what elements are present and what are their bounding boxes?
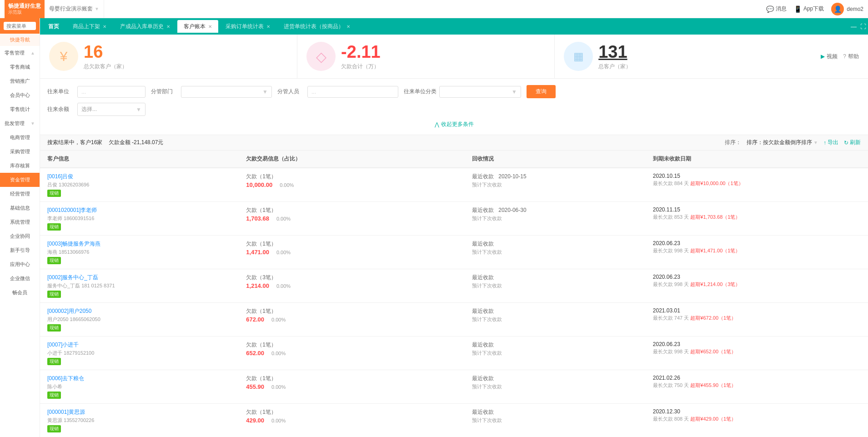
customer-cell-1: [0016]吕俊 吕俊 13026203696 现销 [47,173,246,197]
debt-percent-1: 0.00% [280,182,294,188]
sidebar-item-purchase[interactable]: 采购管理 [0,145,40,159]
customer-name-link-4[interactable]: [0002]服务中心_丁磊 [47,274,246,281]
collapse-button[interactable]: ⋀ 收起更多条件 [47,121,861,128]
sidebar-item-member[interactable]: 会员中心 [0,88,40,102]
refresh-button[interactable]: ↻ 刷新 [844,139,861,146]
debt-percent-3: 0.00% [276,250,291,255]
search-button[interactable]: 查询 [527,85,556,98]
due-date-6: 2020.06.23 [653,341,861,347]
sidebar-item-finance[interactable]: 资金管理 [0,173,40,187]
overdue-link-2[interactable]: 超期¥1,703.68（1笔） [690,214,740,220]
tab-minimize-icon[interactable]: — [851,23,857,30]
stat-number-customers: 131 [598,42,631,62]
tab-close-purchase-summary[interactable]: ✕ [266,24,270,29]
customer-phone-2: 李老师 18600391516 [47,215,246,222]
customer-name-link-7[interactable]: [0006]去下粮仓 [47,375,246,382]
tab-close-instock-summary[interactable]: ✕ [346,24,350,29]
app-download-button[interactable]: 📱 App下载 [794,5,824,13]
sidebar-item-marketing[interactable]: 营销推广 [0,74,40,88]
video-help-link[interactable]: ▶ 视频 [821,53,838,60]
debt-count-7: 欠款（1笔） [246,375,472,382]
tab-home[interactable]: 首页 [42,20,65,33]
tab-close-customer-account[interactable]: ✕ [208,24,212,29]
sidebar-item-system[interactable]: 系统管理 [0,215,40,229]
tab-close-production-history[interactable]: ✕ [166,24,170,29]
debt-cell-6: 欠款（1笔） 652.00 0.00% [246,341,472,357]
customer-name-link-8[interactable]: [000001]黄思源 [47,408,246,416]
debt-cell-4: 欠款（3笔） 1,214.00 0.00% [246,274,472,289]
repay-next-5: 预计下次收款 [472,316,653,323]
tab-product-offline[interactable]: 商品上下架 ✕ [66,20,113,33]
filter-source-unit-input[interactable]: ... [77,86,146,98]
sort-select[interactable]: 排序：按欠款金额倒序排序 ▼ [747,139,818,146]
header-repay-status: 回收情况 [472,155,653,163]
overdue-link-8[interactable]: 超期¥429.00（1笔） [690,416,736,422]
debt-cell-3: 欠款（1笔） 1,471.00 0.00% [246,240,472,256]
tab-maximize-icon[interactable]: ⛶ [860,23,866,30]
overdue-link-7[interactable]: 超期¥455.90（1笔） [690,382,736,388]
avatar: 👤 [831,3,844,15]
due-date-4: 2020.06.23 [653,274,861,280]
debt-count-2: 欠款（1笔） [246,206,472,214]
tab-customer-account[interactable]: 客户账本 ✕ [177,20,218,33]
stat-label-customers: 总客户（家） [598,63,631,70]
overdue-link-5[interactable]: 超期¥672.00（1笔） [690,315,736,321]
sidebar-item-basic-info[interactable]: 基础信息 [0,201,40,215]
overdue-link-1[interactable]: 超期¥10,000.00（1笔） [690,181,743,186]
customer-name-link-6[interactable]: [0007]小进千 [47,341,246,349]
repay-cell-4: 最近收款 预计下次收款 [472,274,653,289]
debt-row-1: 10,000.00 0.00% [246,181,472,188]
overdue-link-3[interactable]: 超期¥1,471.00（1笔） [690,248,740,253]
filter-balance-select[interactable]: 选择... ▼ [77,103,146,116]
repay-date-4: 最近收款 [472,274,653,281]
sidebar-item-operations[interactable]: 经营管理 [0,187,40,201]
sidebar-item-vip-member[interactable]: 畅会员 [0,286,40,300]
customer-name-link-5[interactable]: [000002]用户2050 [47,307,246,315]
tab-purchase-summary[interactable]: 采购订单统计表 ✕ [219,20,276,33]
export-icon: ↑ [823,140,826,146]
stat-info-customers: 131 总客户（家） [598,42,631,70]
overdue-link-6[interactable]: 超期¥652.00（1笔） [690,349,736,354]
filter-manager-input[interactable]: ... [307,86,398,98]
sidebar-item-retail-stats[interactable]: 零售统计 [0,102,40,116]
sidebar-item-retail-store[interactable]: 零售商城 [0,60,40,74]
search-input[interactable] [4,22,36,30]
sidebar-item-new-guide[interactable]: 新手引导 [0,243,40,257]
repay-next-7: 预计下次收款 [472,383,653,390]
sidebar-item-inventory[interactable]: 库存核算 [0,159,40,173]
sidebar-item-retail-mgmt[interactable]: 零售管理 ▲ [0,46,40,60]
sidebar-item-ecommerce[interactable]: 电商管理 [0,131,40,145]
due-cell-1: 2020.10.15 最长欠款 884 天 超期¥10,000.00（1笔） [653,173,861,187]
help-link[interactable]: ? 帮助 [843,53,859,60]
debt-count-1: 欠款（1笔） [246,173,472,181]
export-button[interactable]: ↑ 导出 [823,139,838,146]
due-cell-6: 2020.06.23 最长欠款 998 天 超期¥652.00（1笔） [653,341,861,355]
tab-production-history[interactable]: 产成品入库单历史 ✕ [114,20,176,33]
user-info[interactable]: 👤 demo2 [831,3,863,15]
filter-unit-category-select[interactable]: ▼ [439,86,521,98]
customer-name-link-1[interactable]: [0016]吕俊 [47,173,246,181]
customer-phone-8: 黄思源 13552700226 [47,417,246,424]
results-actions: 排序： 排序：按欠款金额倒序排序 ▼ ↑ 导出 ↻ 刷新 [725,139,861,146]
balance-placeholder: 选择... [81,105,97,113]
filter-dept: 分管部门 ▼ [151,86,272,98]
table-row: [0003]畅捷服务尹海燕 海燕 18513066976 现销 欠款（1笔） 1… [40,236,868,269]
customer-name-link-3[interactable]: [0003]畅捷服务尹海燕 [47,240,246,248]
overdue-link-4[interactable]: 超期¥1,214.00（3笔） [690,281,740,287]
repay-next-2: 预计下次收款 [472,215,653,222]
sidebar-item-app-center[interactable]: 应用中心 [0,257,40,271]
sidebar-item-enterprise-collab[interactable]: 企业协同 [0,229,40,243]
logo-text: 畅捷通好生意 示范版 [8,3,41,15]
sidebar-item-enterprise-wechat[interactable]: 企业微信 [0,271,40,286]
debt-percent-6: 0.00% [271,351,286,356]
tab-instock-summary[interactable]: 进货单统计表（按商品） ✕ [277,20,356,33]
message-button[interactable]: 💬 消息 [766,5,787,13]
filter-dept-select[interactable]: ▼ [181,86,272,98]
tab-close-product-offline[interactable]: ✕ [103,24,106,29]
debt-percent-4: 0.00% [276,283,291,289]
company-selector[interactable]: 母婴行业演示账套 ▼ [45,0,104,18]
customer-name-link-2[interactable]: [0001020001]李老师 [47,206,246,214]
due-days-6: 最长欠款 998 天 超期¥652.00（1笔） [653,348,861,355]
sidebar-item-batch-mgmt[interactable]: 批发管理 ▼ [0,116,40,131]
company-selector-arrow: ▼ [95,6,99,11]
